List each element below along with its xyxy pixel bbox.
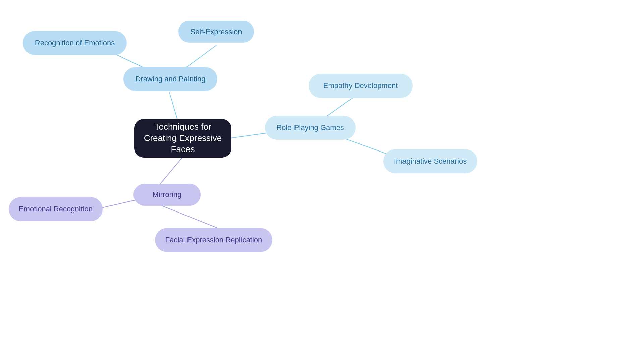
imaginative-scenarios-node[interactable]: Imaginative Scenarios [383, 149, 477, 173]
facial-expression-replication-node[interactable]: Facial Expression Replication [155, 228, 272, 252]
recognition-of-emotions-node[interactable]: Recognition of Emotions [23, 31, 127, 55]
empathy-development-node[interactable]: Empathy Development [309, 74, 413, 98]
drawing-and-painting-node[interactable]: Drawing and Painting [123, 67, 217, 91]
role-playing-games-node[interactable]: Role-Playing Games [265, 116, 356, 140]
mirroring-node[interactable]: Mirroring [133, 184, 201, 206]
emotional-recognition-node[interactable]: Emotional Recognition [9, 197, 103, 221]
center-node[interactable]: Techniques for Creating Expressive Faces [134, 119, 231, 158]
svg-line-6 [160, 157, 183, 184]
svg-line-8 [160, 205, 217, 228]
self-expression-node[interactable]: Self-Expression [178, 21, 254, 43]
